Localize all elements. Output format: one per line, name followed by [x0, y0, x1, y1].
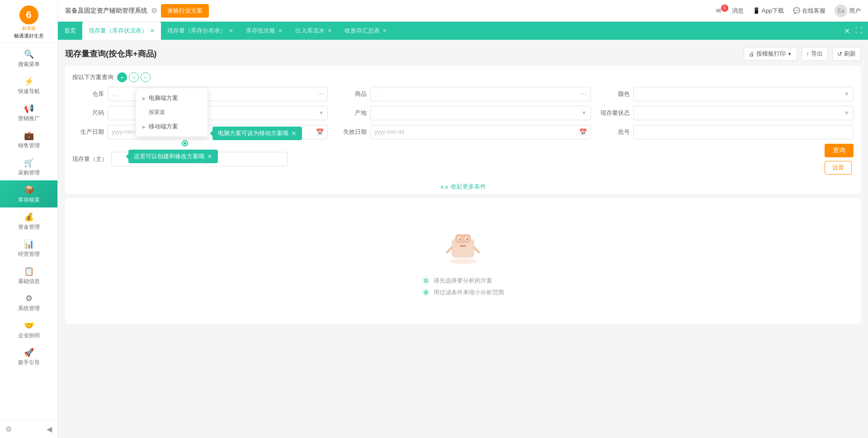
- sidebar-item-purchase[interactable]: 🛒 采购管理: [0, 153, 57, 180]
- online-service-label: 在线客服: [802, 7, 826, 15]
- tab-close-inventory-distribution[interactable]: ✕: [229, 28, 233, 34]
- industry-btn[interactable]: 体验行业方案: [161, 4, 209, 18]
- sidebar-item-quicknav[interactable]: ⚡ 快速导航: [0, 72, 57, 99]
- sales-icon: 💼: [24, 131, 34, 141]
- refresh-btn[interactable]: ↺ 刷新: [832, 47, 861, 61]
- origin-field[interactable]: ▼: [370, 106, 590, 120]
- sidebar-item-guide[interactable]: 🚀 新手引导: [0, 343, 57, 370]
- tab-label-home: 首页: [64, 27, 76, 35]
- sidebar-item-operations[interactable]: 📊 经营管理: [0, 235, 57, 262]
- sidebar-item-search[interactable]: 🔍 搜索菜单: [0, 45, 57, 72]
- sidebar-item-sales[interactable]: 💼 销售管理: [0, 126, 57, 153]
- app-download-btn[interactable]: 📱 App下载: [753, 7, 784, 15]
- sidebar-label-system: 系统管理: [18, 305, 40, 312]
- empty-tip-1: ① 请先选择要分析的方案: [422, 277, 504, 285]
- empty-tip-2-text: 用过滤条件来缩小分析范围: [434, 288, 504, 297]
- svg-line-8: [447, 248, 452, 252]
- settings-icon[interactable]: ⚙: [5, 425, 12, 433]
- tooltip2-text: 这里可以创建和修改方案哦: [134, 152, 204, 160]
- sidebar-label-guide: 新手引导: [18, 359, 40, 367]
- export-icon: ↑: [807, 51, 810, 57]
- tab-inventory-status[interactable]: 现存量（库存状况表）✕: [82, 22, 161, 40]
- empty-tips: ① 请先选择要分析的方案 ② 用过滤条件来缩小分析范围: [422, 277, 504, 297]
- chevron-down-icon: ▼: [788, 52, 792, 57]
- expand-icon: ▶: [142, 96, 146, 101]
- inventory-main-to[interactable]: [206, 152, 288, 166]
- sidebar-label-purchase: 采购管理: [18, 169, 40, 177]
- goods-more-icon[interactable]: ⋯: [580, 90, 587, 98]
- tab-in-out-flow[interactable]: 出入库流水✕: [289, 22, 338, 40]
- scheme-item-mobile[interactable]: ▶ 移动端方案: [136, 119, 208, 134]
- empty-state: ① 请先选择要分析的方案 ② 用过滤条件来缩小分析范围: [65, 198, 861, 324]
- color-chevron: ▼: [844, 91, 849, 97]
- edit-scheme-btn[interactable]: ○: [129, 72, 139, 82]
- tooltip2-close[interactable]: ✕: [207, 153, 212, 160]
- empty-tip-2: ② 用过滤条件来缩小分析范围: [422, 288, 504, 297]
- tab-close-inventory-batch[interactable]: ✕: [278, 28, 283, 34]
- empty-illustration: [443, 225, 483, 266]
- phone-icon: 📱: [753, 7, 760, 14]
- scheme-sub-item[interactable]: 按渠道: [136, 105, 208, 119]
- warehouse-more: ...: [112, 91, 117, 98]
- add-scheme-btn[interactable]: +: [117, 72, 127, 82]
- warehouse-label: 仓库: [72, 90, 104, 98]
- svg-point-6: [466, 238, 468, 240]
- online-service-btn[interactable]: 💬 在线客服: [793, 7, 826, 15]
- sidebar-item-marketing[interactable]: 📢 营销推广: [0, 99, 57, 126]
- tab-inventory-batch[interactable]: 库存批次账✕: [240, 22, 289, 40]
- message-btn[interactable]: ✉ 6 消息: [716, 7, 744, 15]
- tab-inventory-distribution[interactable]: 现存量（库存分布表）✕: [161, 22, 240, 40]
- inventory-status-chevron: ▼: [844, 110, 849, 116]
- sidebar-item-finance[interactable]: 💰 资金管理: [0, 207, 57, 235]
- expiry-date-cal-icon[interactable]: 📅: [579, 128, 587, 136]
- sidebar-item-basic[interactable]: 📋 基础信息: [0, 262, 57, 289]
- tab-close-in-out-flow[interactable]: ✕: [327, 28, 332, 34]
- filter-header-row: 按以下方案查询 + ○ ← 电脑方案可设为移动方案哦 ✕ ▶: [72, 72, 854, 82]
- marketing-icon: 📢: [24, 104, 34, 113]
- header-gear-icon[interactable]: ⚙: [151, 6, 157, 15]
- tab-close-receive-send[interactable]: ✕: [382, 28, 387, 34]
- sidebar-item-inventory[interactable]: 📦 库存核算: [0, 180, 57, 207]
- prod-date-cal-icon[interactable]: 📅: [316, 128, 324, 136]
- fullscreen-icon[interactable]: ⛶: [854, 27, 864, 35]
- expiry-date-field[interactable]: yyyy-mm-dd 📅: [370, 125, 590, 139]
- close-all-tabs-icon[interactable]: ✕: [842, 27, 852, 35]
- batch-input[interactable]: [633, 125, 854, 139]
- set-btn[interactable]: 设置: [825, 161, 852, 174]
- export-btn[interactable]: ↑ 导出: [802, 47, 828, 61]
- origin-label: 产地: [335, 109, 367, 117]
- sidebar-item-system[interactable]: ⚙ 系统管理: [0, 289, 57, 316]
- sidebar-item-enterprise[interactable]: 🤝 企业协同: [0, 316, 57, 343]
- tab-receive-send[interactable]: 收发存汇总表✕: [338, 22, 393, 40]
- inventory-status-field[interactable]: ▼: [633, 106, 854, 120]
- template-print-btn[interactable]: 🖨 按模板打印 ▼: [744, 47, 797, 61]
- message-icon: ✉: [716, 7, 721, 14]
- tab-list: 首页现存量（库存状况表）✕现存量（库存分布表）✕库存批次账✕出入库流水✕收发存汇…: [58, 22, 393, 40]
- tab-close-inventory-status[interactable]: ✕: [150, 28, 155, 34]
- goods-field[interactable]: ... ⋯: [370, 87, 590, 101]
- tooltip-pc-scheme: 电脑方案可设为移动方案哦 ✕: [212, 127, 302, 140]
- main-area: 装备及固定资产辅助管理系统 ⚙ 体验行业方案 ✉ 6 消息 📱 App下载 💬 …: [58, 0, 868, 438]
- message-label: 消息: [732, 7, 744, 15]
- tab-home[interactable]: 首页: [58, 22, 82, 40]
- empty-tip-1-text: 请先选择要分析的方案: [434, 277, 492, 285]
- collapse-icon[interactable]: ◀: [47, 425, 52, 433]
- scheme-item-pc[interactable]: ▶ 电脑端方案: [136, 91, 208, 105]
- guide-icon: 🚀: [24, 348, 34, 358]
- svg-rect-7: [460, 245, 466, 247]
- query-btn[interactable]: 查询: [825, 144, 854, 157]
- color-field[interactable]: ▼: [633, 87, 854, 101]
- arrow-scheme-btn[interactable]: ←: [141, 72, 151, 82]
- tooltip1-close[interactable]: ✕: [291, 130, 297, 137]
- header-left: 装备及固定资产辅助管理系统 ⚙ 体验行业方案: [65, 4, 209, 18]
- user-btn[interactable]: Ea 用户: [835, 5, 861, 17]
- collapse-more-btn[interactable]: ∧∧ 收起更多条件: [72, 179, 854, 192]
- content-area: 现存量查询(按仓库+商品) 🖨 按模板打印 ▼ ↑ 导出 ↺ 刷新: [58, 40, 868, 438]
- filter-header-icons: + ○ ←: [117, 72, 151, 82]
- tooltip1-text: 电脑方案可设为移动方案哦: [218, 129, 288, 137]
- tab-actions: ✕ ⛶: [842, 27, 868, 35]
- expiry-date-cell: 失效日期 yyyy-mm-dd 📅: [335, 125, 590, 139]
- empty-icon-wrap: [443, 225, 483, 268]
- page-title-bar: 现存量查询(按仓库+商品) 🖨 按模板打印 ▼ ↑ 导出 ↺ 刷新: [65, 47, 861, 61]
- warehouse-more-icon[interactable]: ⋯: [317, 90, 324, 98]
